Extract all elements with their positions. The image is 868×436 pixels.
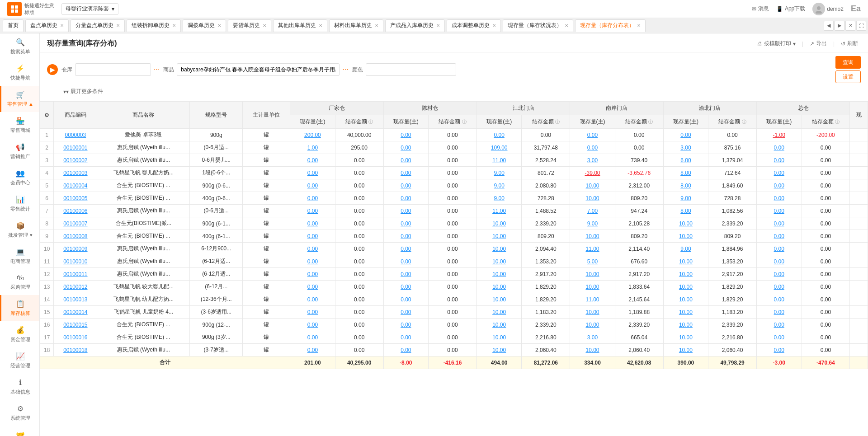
qty-link[interactable]: 11.00 [586,246,599,252]
industry-selector[interactable]: 母婴行业演示陈套 ▾ [61,3,118,15]
table-container[interactable]: ⚙ 商品编码 商品名称 规格型号 主计量单位 厂家仓 陈村仓 江北门店 南岸门店… [40,101,868,436]
code-link[interactable]: 00100014 [63,309,87,315]
tab-close-dpsh[interactable]: ✕ [217,23,221,28]
qty-link[interactable]: 0.00 [774,271,784,277]
qty-link[interactable]: 10.00 [492,296,506,303]
tab-dpsh[interactable]: 调拨单历史 ✕ [183,19,226,32]
qty-link[interactable]: 0.00 [401,157,411,164]
qty-link[interactable]: 0.00 [307,208,318,214]
qty-link[interactable]: 10.00 [586,183,599,189]
qty-link[interactable]: 200.00 [304,132,321,138]
user-area[interactable]: demo2 [812,3,844,15]
tab-cbtzsh[interactable]: 成本调整单历史 ✕ [447,19,501,32]
code-link[interactable]: 00100005 [63,195,87,202]
qty-link[interactable]: 10.00 [492,220,506,227]
qty-link[interactable]: 9.00 [494,195,504,202]
code-link[interactable]: 00100012 [63,284,87,290]
qty-link[interactable]: 10.00 [492,334,506,341]
qty-link[interactable]: 10.00 [492,347,506,353]
qty-link[interactable]: 10.00 [492,309,506,315]
tab-close-zzcsh[interactable]: ✕ [172,23,176,28]
tab-close-cbtzsh[interactable]: ✕ [492,23,496,28]
tab-fullscreen-btn[interactable]: ⛶ [856,21,866,31]
qty-link[interactable]: 0.00 [307,195,318,202]
color-input[interactable] [366,63,456,76]
qty-link[interactable]: 0.00 [307,183,318,189]
qty-link[interactable]: 0.00 [401,220,411,227]
qty-link[interactable]: 109.00 [491,145,508,151]
tab-zzcsh[interactable]: 组装拆卸单历史 ✕ [127,19,181,32]
th-gear[interactable]: ⚙ [40,102,54,129]
code-link[interactable]: 00100016 [63,334,87,341]
qty-link[interactable]: 0.00 [307,246,318,252]
tab-pddh[interactable]: 盘点单历史 ✕ [25,19,69,32]
sidebar-item-operation[interactable]: 📈 经营管理 [0,347,39,374]
code-link[interactable]: 00100004 [63,183,87,189]
qty-link[interactable]: 0.00 [774,157,784,164]
qty-link[interactable]: 10.00 [492,284,506,290]
qty-link[interactable]: 0.00 [680,132,691,138]
gear-icon[interactable]: ⚙ [44,112,49,118]
tab-close-pddh[interactable]: ✕ [60,23,64,28]
tab-close-all-btn[interactable]: ✕ [845,21,855,31]
qty-link[interactable]: 0.00 [774,183,784,189]
qty-link[interactable]: 5.00 [587,258,598,265]
code-link[interactable]: 00100003 [63,170,87,176]
settings-btn[interactable]: 设置 [835,70,861,83]
sidebar-item-enterprise[interactable]: 🤝 企业协同 [0,426,39,436]
qty-link[interactable]: 0.00 [774,296,784,303]
qty-link[interactable]: 0.00 [401,309,411,315]
sidebar-item-quicknav[interactable]: ⚡ 快捷导航 [0,60,39,86]
code-link[interactable]: 00100013 [63,296,87,303]
qty-link[interactable]: 0.00 [401,183,411,189]
qty-link[interactable]: 0.00 [401,347,411,353]
message-btn[interactable]: ✉ 消息 [752,5,769,13]
sidebar-item-basic[interactable]: ℹ 基础信息 [0,374,39,400]
code-link[interactable]: 00100001 [63,145,87,151]
qty-link[interactable]: 0.00 [401,296,411,303]
qty-link[interactable]: 9.00 [494,170,504,176]
code-link[interactable]: 00100010 [63,258,87,265]
qty-link[interactable]: 10.00 [679,233,693,239]
qty-link[interactable]: 0.00 [307,157,318,164]
qty-link[interactable]: 0.00 [587,145,598,151]
qty-link[interactable]: 10.00 [492,322,506,328]
qty-link[interactable]: 0.00 [774,145,784,151]
sidebar-item-inventory[interactable]: 📋 库存核算 [0,295,39,321]
top-menu-btn[interactable]: Ea [851,4,861,14]
sidebar-item-marketing[interactable]: 📢 营销推广 [0,138,39,164]
qty-link[interactable]: -1.00 [773,132,785,138]
qty-link[interactable]: 10.00 [492,233,506,239]
qty-link[interactable]: 0.00 [774,220,784,227]
sidebar-item-finance[interactable]: 💰 资金管理 [0,321,39,347]
qty-link[interactable]: 8.00 [680,208,691,214]
code-link[interactable]: 00100006 [63,208,87,214]
qty-link[interactable]: 0.00 [774,170,784,176]
qty-link[interactable]: 0.00 [401,170,411,176]
sidebar-item-retail[interactable]: 🛒 零售管理 ▲ [0,86,39,112]
code-link[interactable]: 0000003 [65,132,86,138]
yubei-amt-info[interactable]: ⓘ [742,119,746,124]
qty-link[interactable]: 0.00 [774,309,784,315]
tab-next-btn[interactable]: ▶ [835,21,844,31]
qty-link[interactable]: 0.00 [307,334,318,341]
tab-home[interactable]: 首页 [3,19,24,32]
qty-link[interactable]: 3.00 [587,334,598,341]
tab-xczfb[interactable]: 现存量（库存分布表） ✕ [575,19,646,32]
tab-close-fpddh[interactable]: ✕ [116,23,120,28]
tab-close-ccrcksh[interactable]: ✕ [436,23,440,28]
code-link[interactable]: 00100002 [63,157,87,164]
qty-link[interactable]: 10.00 [586,233,599,239]
qty-link[interactable]: 0.00 [774,347,784,353]
qty-link[interactable]: 9.00 [680,195,691,202]
qty-link[interactable]: 0.00 [307,271,318,277]
sidebar-item-member[interactable]: 👥 会员中心 [0,164,39,191]
qty-link[interactable]: 0.00 [401,208,411,214]
qty-link[interactable]: 0.00 [307,309,318,315]
qty-link[interactable]: 10.00 [679,296,693,303]
qty-link[interactable]: 0.00 [401,284,411,290]
tab-yhsh[interactable]: 要货单历史 ✕ [228,19,271,32]
qty-link[interactable]: 10.00 [586,271,599,277]
sidebar-item-search[interactable]: 🔍 搜索英单 [0,33,39,60]
factory-amt-info[interactable]: ⓘ [368,119,373,124]
